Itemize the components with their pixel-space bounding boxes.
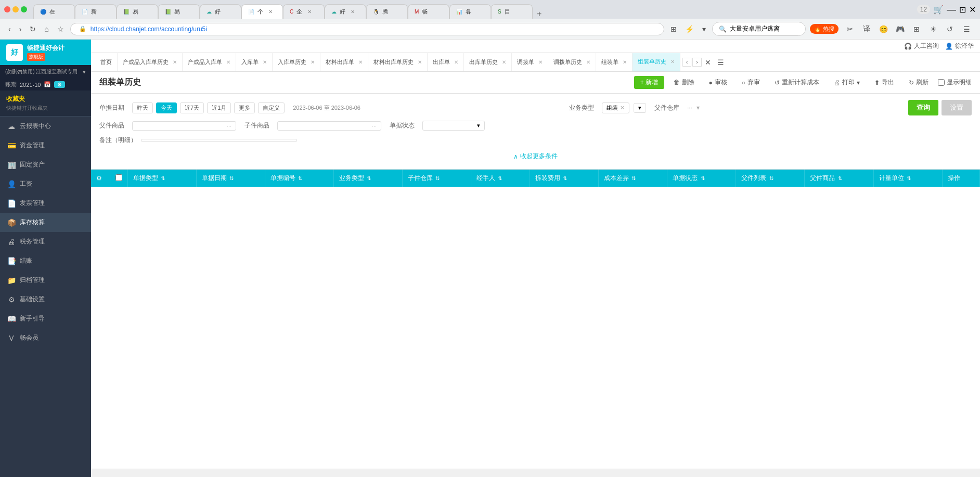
tabs-menu[interactable]: ☰: [714, 57, 727, 68]
audit-button[interactable]: ● 审核: [704, 76, 732, 89]
tab-11[interactable]: 📊 各: [449, 4, 491, 19]
filter-settings-button[interactable]: 设置: [942, 100, 972, 115]
tab-close-outbound[interactable]: ✕: [454, 59, 458, 65]
tab-close-assembly[interactable]: ✕: [623, 59, 627, 65]
date-btn-yesterday[interactable]: 昨天: [132, 102, 153, 113]
date-btn-custom[interactable]: 自定义: [258, 102, 285, 113]
parent-warehouse-dropdown[interactable]: ▾: [697, 104, 700, 111]
home-button[interactable]: ⌂: [42, 23, 50, 35]
nav-settlement[interactable]: 📑 结账: [0, 251, 91, 270]
collapse-button[interactable]: ∧ 收起更多条件: [99, 150, 972, 163]
nav-cloud-reports[interactable]: ☁ 云报表中心: [0, 117, 91, 136]
tab-inbound-history[interactable]: 入库单历史 ✕: [273, 53, 320, 72]
date-btn-1month[interactable]: 近1月: [207, 102, 231, 113]
date-btn-more[interactable]: 更多: [234, 102, 255, 113]
nav-invoice[interactable]: 📄 发票管理: [0, 194, 91, 213]
tab-close-material-history[interactable]: ✕: [418, 59, 422, 65]
th-handler[interactable]: 经手人 ⇅: [471, 170, 530, 187]
add-button[interactable]: + 新增: [634, 76, 664, 89]
th-bill-type[interactable]: 单据类型 ⇅: [127, 170, 196, 187]
remove-business-type[interactable]: ✕: [620, 105, 625, 111]
search-bar[interactable]: 🔍 大量安卓用户逃离: [712, 22, 806, 36]
close-all-tabs[interactable]: ✕: [702, 57, 714, 68]
forward-button[interactable]: ›: [17, 23, 24, 35]
menu-icon[interactable]: ☰: [959, 22, 974, 36]
export-button[interactable]: ⬆ 导出: [869, 76, 899, 89]
tab-transfer[interactable]: 调拨单 ✕: [512, 53, 548, 72]
tab-finished-goods[interactable]: 产成品入库单 ✕: [183, 53, 236, 72]
date-btn-7days[interactable]: 近7天: [180, 102, 204, 113]
tab-close-material[interactable]: ✕: [358, 59, 363, 65]
scissors-icon[interactable]: ✂: [843, 22, 857, 36]
period-settings-button[interactable]: ⚙: [54, 81, 65, 88]
tab-close-transfer-history[interactable]: ✕: [586, 59, 590, 65]
bill-status-dropdown[interactable]: ▾: [422, 121, 485, 131]
tab-8[interactable]: ☁ 好 ✕: [325, 4, 366, 19]
bookmark-button[interactable]: ☆: [55, 23, 66, 35]
tab-assembly[interactable]: 组装单 ✕: [596, 53, 633, 72]
tab-5[interactable]: ☁ 好: [200, 4, 241, 19]
brightness-icon[interactable]: ☀: [926, 22, 940, 36]
refresh-browser-button[interactable]: ↻: [28, 23, 38, 35]
query-button[interactable]: 查询: [908, 100, 938, 115]
show-details-checkbox[interactable]: [938, 79, 945, 86]
nav-fixed-assets[interactable]: 🏢 固定资产: [0, 155, 91, 174]
tab-close-finished[interactable]: ✕: [226, 59, 230, 65]
th-cost-diff[interactable]: 成本差异 ⇅: [599, 170, 667, 187]
tab-home[interactable]: 首页: [95, 53, 118, 72]
lightning-button[interactable]: ⚡: [683, 23, 696, 35]
nav-funds[interactable]: 💳 资金管理: [0, 136, 91, 155]
th-parent-goods[interactable]: 父件商品 ⇅: [805, 170, 873, 187]
tab-transfer-history[interactable]: 调拨单历史 ✕: [548, 53, 596, 72]
tab-1[interactable]: 🔵 在: [33, 4, 75, 19]
tab-inbound[interactable]: 入库单 ✕: [236, 53, 273, 72]
nav-member[interactable]: V 畅会员: [0, 328, 91, 347]
tab-close-transfer[interactable]: ✕: [538, 59, 543, 65]
back-button[interactable]: ‹: [6, 23, 13, 35]
qr-code-button[interactable]: ⊞: [668, 23, 679, 35]
tab-10[interactable]: M 畅: [408, 4, 449, 19]
child-goods-input[interactable]: ···: [277, 121, 381, 131]
tab-close-assembly-history[interactable]: ✕: [670, 59, 675, 65]
nav-basic-settings[interactable]: ⚙ 基础设置: [0, 290, 91, 309]
tab-close-outbound-history[interactable]: ✕: [502, 59, 506, 65]
th-bill-status[interactable]: 单据状态 ⇅: [667, 170, 736, 187]
nav-guide[interactable]: 📖 新手引导: [0, 309, 91, 328]
tab-3[interactable]: 📗 易: [117, 4, 158, 19]
date-btn-today[interactable]: 今天: [156, 102, 177, 113]
tab-prev[interactable]: ‹: [682, 58, 691, 67]
company-selector[interactable]: (勿删勿禁用) 江西服宝测试专用 ▾: [0, 65, 91, 79]
refresh-button[interactable]: ↻ 刷新: [904, 76, 934, 89]
th-bill-date[interactable]: 单据日期 ⇅: [196, 170, 265, 187]
tab-9[interactable]: 🐧 腾: [366, 4, 408, 19]
tab-material-outbound[interactable]: 材料出库单 ✕: [320, 53, 368, 72]
emoji-icon[interactable]: 😊: [876, 22, 891, 36]
translate-icon[interactable]: 译: [859, 22, 874, 36]
parent-goods-input[interactable]: ···: [132, 121, 236, 131]
th-disassemble-fee[interactable]: 拆装费用 ⇅: [530, 170, 598, 187]
dropdown-button[interactable]: ▾: [700, 23, 708, 35]
th-parent-list[interactable]: 父件列表 ⇅: [736, 170, 805, 187]
hot-search-badge[interactable]: 🔥 热搜: [810, 24, 839, 34]
tab-4[interactable]: 📗 易: [158, 4, 200, 19]
tab-close-inbound[interactable]: ✕: [263, 59, 267, 65]
th-unit[interactable]: 计量单位 ⇅: [873, 170, 942, 187]
th-child-warehouse[interactable]: 子件仓库 ⇅: [403, 170, 471, 187]
th-business-type[interactable]: 业务类型 ⇅: [333, 170, 402, 187]
tab-outbound[interactable]: 出库单 ✕: [428, 53, 464, 72]
address-bar[interactable]: 🔒 https://cloud.chanjet.com/accounting/u…: [70, 23, 664, 35]
nav-tax[interactable]: 🖨 税务管理: [0, 232, 91, 251]
tab-12[interactable]: S 目: [491, 4, 533, 19]
tab-2[interactable]: 📄 新: [75, 4, 117, 19]
business-type-dropdown[interactable]: ▾: [634, 103, 646, 113]
nav-archive[interactable]: 📁 归档管理: [0, 270, 91, 290]
win-min[interactable]: [12, 6, 19, 12]
win-close[interactable]: [4, 6, 10, 12]
delete-button[interactable]: 🗑 删除: [668, 76, 699, 89]
remark-input[interactable]: [141, 139, 297, 142]
th-checkbox[interactable]: [110, 170, 127, 187]
nav-salary[interactable]: 👤 工资: [0, 174, 91, 194]
show-details-toggle[interactable]: 显示明细: [938, 78, 972, 87]
parent-warehouse-more[interactable]: ···: [687, 104, 692, 111]
tab-outbound-history[interactable]: 出库单历史 ✕: [464, 53, 512, 72]
